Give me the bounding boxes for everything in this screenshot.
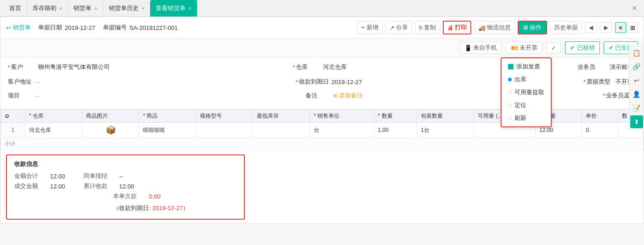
- address-field: 客户地址 --: [8, 78, 296, 86]
- customer-label: * 客户: [8, 63, 35, 71]
- dot-empty-icon2: [508, 103, 512, 107]
- payment-date-value[interactable]: 2019-12-27: [329, 78, 365, 86]
- from-phone-button[interactable]: 📱 来自手机: [459, 42, 502, 54]
- warehouse-value[interactable]: 河北仓库: [320, 62, 350, 72]
- amount-total-group: 金额合计 12.00: [14, 172, 65, 180]
- ticket-type-field: * 票据类型 不开票: [583, 77, 636, 87]
- col-settings[interactable]: ⚙: [1, 110, 25, 123]
- customer-value[interactable]: 柳州粤港平安气体有限公司: [35, 62, 113, 72]
- view-icons: ≡ ⊞: [615, 22, 638, 33]
- sold-out-button[interactable]: ✔ 已核销: [565, 41, 599, 54]
- tab-sales-order[interactable]: 销货单 ×: [68, 0, 103, 17]
- col-warehouse[interactable]: * 仓库: [25, 110, 82, 123]
- product-image: 📦: [106, 125, 116, 135]
- ticket-type-label: * 票据类型: [583, 78, 611, 86]
- operate-button[interactable]: ⊞ 操作: [518, 21, 547, 34]
- tab-inventory-init[interactable]: 库存期初 ×: [27, 0, 68, 17]
- sidebar-icon-1[interactable]: 📋: [630, 46, 643, 59]
- prev-button[interactable]: ◀: [585, 22, 597, 33]
- tab-sales-order-close[interactable]: ×: [94, 6, 97, 11]
- row-pkg-qty: 1台: [417, 123, 474, 138]
- deal-amount-value: 12.00: [50, 183, 65, 190]
- row-qty: 1.00: [374, 123, 417, 138]
- print-button[interactable]: 🖨 打印: [443, 21, 471, 34]
- grid-view-button[interactable]: ⊞: [627, 22, 638, 33]
- row-unit: 台: [310, 123, 374, 138]
- customer-field: * 客户 柳州粤港平安气体有限公司: [8, 62, 293, 72]
- col-min-stock: 最低库存: [253, 110, 310, 123]
- list-view-button[interactable]: ≡: [615, 22, 626, 33]
- available-qty-item[interactable]: 可用量提取: [502, 86, 551, 99]
- summary-row-1: 金额合计 12.00 同单现结 --: [14, 172, 237, 180]
- copy-button[interactable]: ⎘ 复制: [415, 21, 440, 34]
- sidebar-icon-2[interactable]: 🔗: [630, 60, 643, 73]
- doc-type-label: 销货单: [13, 23, 31, 32]
- subtotal-label: 小计: [1, 138, 644, 151]
- grid-icon: ⊞: [523, 24, 528, 31]
- refresh-item[interactable]: 刷新: [502, 112, 551, 125]
- header-date-field: 单据日期 2019-12-27: [38, 23, 96, 32]
- outbound-item[interactable]: 出库: [502, 73, 551, 86]
- header-actions: + 新增 ↗ 分享 ⎘ 复制 🖨 打印 🚚 物流信息 ⊞ 操作: [357, 21, 638, 34]
- tab-view-sales[interactable]: 查看销货单 ×: [150, 0, 197, 17]
- add-invoice-item[interactable]: 添加发票: [502, 60, 551, 73]
- date-value: 2019-12-27: [65, 24, 96, 31]
- sidebar-icon-6[interactable]: ⬆: [630, 115, 643, 128]
- date-label: 单据日期: [38, 23, 62, 32]
- share-icon: ↗: [390, 24, 395, 31]
- address-label: 客户地址: [8, 78, 35, 86]
- header-left: ↩ 销货单 单据日期 2019-12-27 单据编号 SA-20191227-0…: [6, 23, 178, 32]
- confirm-button[interactable]: ✓: [546, 43, 561, 53]
- check-circle-icon2: ✔: [609, 44, 614, 51]
- row-warehouse: 河北仓库: [25, 123, 82, 138]
- amount-total-label: 金额合计: [14, 172, 46, 180]
- row-price: 0.: [582, 123, 618, 138]
- same-order-value: --: [119, 173, 124, 180]
- history-button[interactable]: 历史单据: [550, 21, 582, 34]
- row-number: 1: [1, 123, 25, 138]
- payment-summary: 收款信息 金额合计 12.00 同单现结 -- 成交金额 12.00 累计收款 …: [6, 154, 245, 220]
- col-spec: 规格型号: [196, 110, 253, 123]
- tab-sales-history[interactable]: 销货单历史 ×: [103, 0, 150, 17]
- outstanding-label: 本单欠款: [113, 192, 145, 200]
- staff-label: 业务员: [577, 63, 605, 71]
- logistics-button[interactable]: 🚚 物流信息: [474, 21, 515, 34]
- new-button[interactable]: + 新增: [357, 21, 382, 34]
- sidebar-icon-3[interactable]: ↩: [630, 74, 643, 87]
- col-qty[interactable]: * 数量: [374, 110, 417, 123]
- window-close-button[interactable]: ×: [629, 4, 640, 12]
- warehouse-label: * 仓库: [293, 63, 320, 71]
- col-unit[interactable]: * 销售单位: [310, 110, 374, 123]
- tab-home[interactable]: 首页: [4, 0, 27, 17]
- outstanding-value: 0.00: [149, 193, 160, 200]
- truck-icon: 🚚: [478, 24, 486, 31]
- sidebar-icon-5[interactable]: 📝: [630, 102, 643, 114]
- tab-sales-history-close[interactable]: ×: [141, 6, 144, 11]
- row-image: 📦: [82, 123, 139, 138]
- no-value: SA-20191227-001: [130, 24, 178, 31]
- add-note-button[interactable]: ⊕ 添加备注: [333, 91, 363, 100]
- outstanding-group: 本单欠款 0.00 （收款到期日: 2019-12-27）: [113, 192, 237, 212]
- doc-type-icon: ↩ 销货单: [6, 23, 31, 32]
- next-button[interactable]: ▶: [600, 22, 612, 33]
- locate-item[interactable]: 定位: [502, 99, 551, 112]
- sidebar-icon-4[interactable]: 👤: [630, 88, 643, 101]
- check-icon: ✓: [551, 45, 556, 51]
- col-product[interactable]: * 商品: [139, 110, 196, 123]
- same-order-group: 同单现结 --: [84, 172, 124, 180]
- ticket-icon: 🎫: [511, 45, 518, 51]
- outstanding-note: （收款到期日: 2019-12-27）: [113, 204, 189, 212]
- tab-inventory-init-close[interactable]: ×: [59, 6, 62, 11]
- subtotal-row: 小计: [1, 138, 644, 151]
- amount-total-value: 12.00: [50, 173, 65, 180]
- share-button[interactable]: ↗ 分享: [385, 21, 412, 34]
- project-label: 项目: [8, 91, 35, 100]
- cumulative-payment-label: 累计收款: [84, 182, 116, 190]
- col-price[interactable]: 单价: [582, 110, 618, 123]
- right-sidebar: 📋 🔗 ↩ 👤 📝 ⬆: [629, 45, 644, 130]
- col-image: 商品图片: [82, 110, 139, 123]
- tab-view-sales-close[interactable]: ×: [188, 6, 191, 11]
- note-label: 备注: [305, 91, 333, 100]
- header-row: ↩ 销货单 单据日期 2019-12-27 单据编号 SA-20191227-0…: [0, 17, 644, 39]
- not-open-button[interactable]: 🎫 未开票: [506, 42, 542, 54]
